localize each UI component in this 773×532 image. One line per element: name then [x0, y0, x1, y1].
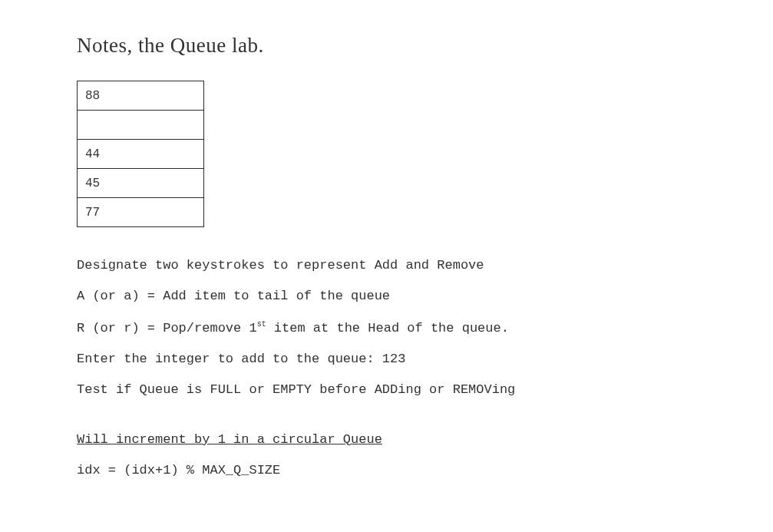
- line-add: A (or a) = Add item to tail of the queue: [77, 289, 773, 304]
- instructions-block: Designate two keystrokes to represent Ad…: [77, 258, 773, 478]
- queue-cell: 44: [78, 140, 204, 169]
- queue-cell: [78, 111, 204, 140]
- queue-cell: 88: [78, 81, 204, 111]
- queue-cell: 45: [78, 169, 204, 198]
- line-formula: idx = (idx+1) % MAX_Q_SIZE: [77, 463, 773, 478]
- page-title: Notes, the Queue lab.: [77, 34, 773, 58]
- line-test: Test if Queue is FULL or EMPTY before AD…: [77, 382, 773, 398]
- line-designate: Designate two keystrokes to represent Ad…: [77, 258, 773, 273]
- queue-cell: 77: [78, 198, 204, 227]
- line-enter: Enter the integer to add to the queue: 1…: [77, 352, 773, 367]
- line-remove: R (or r) = Pop/remove 1st item at the He…: [77, 320, 773, 336]
- line-increment: Will increment by 1 in a circular Queue: [77, 432, 773, 448]
- queue-table: 88 44 45 77: [77, 81, 204, 227]
